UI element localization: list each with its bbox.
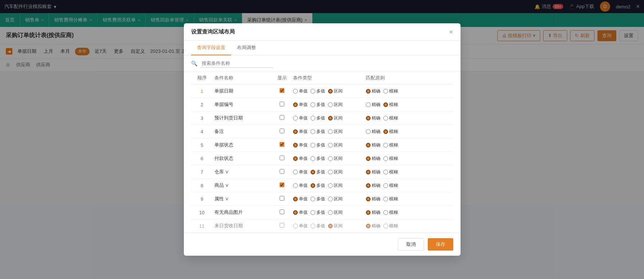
match-fuzzy-2[interactable]: 模糊 [383, 102, 398, 108]
table-head: 顺序 条件名称 显示 条件类型 匹配原则 [191, 72, 453, 85]
row-display-4[interactable] [271, 129, 293, 134]
table-row: 8 商品 ∨ 单值 多值 区间 精确 模糊 [191, 179, 453, 192]
row-match-1: 精确 模糊 [366, 88, 446, 94]
row-display-1[interactable] [271, 88, 293, 94]
row-type-7: 单值 多值 区间 [293, 169, 366, 175]
row-type-3: 单值 多值 区间 [293, 115, 366, 121]
match-exact-6[interactable]: 精确 [366, 156, 380, 162]
row-checkbox-8[interactable] [280, 182, 284, 187]
match-fuzzy-1[interactable]: 模糊 [383, 88, 398, 94]
table-row: 6 付款状态 单值 多值 区间 精确 模糊 [191, 152, 453, 165]
row-checkbox-6[interactable] [280, 156, 284, 160]
match-fuzzy-8[interactable]: 模糊 [383, 182, 398, 189]
match-fuzzy-4[interactable]: 模糊 [383, 129, 398, 135]
type-range-4[interactable]: 区间 [328, 129, 343, 135]
type-single-5[interactable]: 单值 [293, 142, 308, 148]
type-single-9[interactable]: 单值 [293, 196, 308, 202]
row-type-1: 单值 多值 区间 [293, 88, 366, 94]
type-range-6[interactable]: 区间 [328, 156, 343, 162]
match-fuzzy-6[interactable]: 模糊 [383, 156, 398, 162]
row-display-6[interactable] [271, 156, 293, 161]
row-order-7: 7 [191, 169, 213, 175]
type-single-3[interactable]: 单值 [293, 115, 308, 121]
row-display-2[interactable] [271, 102, 293, 107]
match-exact-1[interactable]: 精确 [366, 88, 380, 94]
type-range-5[interactable]: 区间 [328, 142, 343, 148]
row-type-8: 单值 多值 区间 [293, 182, 366, 189]
match-exact-2[interactable]: 精确 [366, 102, 380, 108]
match-fuzzy-5[interactable]: 模糊 [383, 142, 398, 148]
dialog: 设置查询区域布局 × 查询字段设置 布局调整 🔍 顺序 条件名称 显示 条件类型 [184, 23, 461, 204]
row-order-4: 4 [191, 129, 213, 134]
row-checkbox-5[interactable] [280, 142, 284, 147]
type-multi-3[interactable]: 多值 [311, 115, 325, 121]
row-checkbox-3[interactable] [280, 115, 284, 120]
row-checkbox-1[interactable] [280, 88, 284, 93]
dialog-title: 设置查询区域布局 [191, 28, 235, 35]
row-checkbox-4[interactable] [280, 129, 284, 133]
type-range-2[interactable]: 区间 [328, 102, 343, 108]
col-head-order: 顺序 [191, 75, 213, 81]
type-multi-8[interactable]: 多值 [311, 182, 325, 189]
match-fuzzy-9[interactable]: 模糊 [383, 196, 398, 202]
match-exact-4[interactable]: 精确 [366, 129, 380, 135]
table-row: 1 单据日期 单值 多值 区间 精确 模糊 [191, 85, 453, 98]
type-single-1[interactable]: 单值 [293, 88, 308, 94]
row-display-8[interactable] [271, 182, 293, 188]
row-display-5[interactable] [271, 142, 293, 148]
col-head-type: 条件类型 [293, 75, 366, 81]
row-name-5: 单据状态 [213, 142, 271, 148]
dialog-close-button[interactable]: × [449, 29, 453, 35]
row-order-3: 3 [191, 115, 213, 121]
row-name-3: 预计到货日期 [213, 115, 271, 121]
search-icon: 🔍 [191, 60, 197, 66]
dialog-tab-query[interactable]: 查询字段设置 [191, 41, 231, 55]
row-checkbox-2[interactable] [280, 102, 284, 106]
dialog-tabs: 查询字段设置 布局调整 [184, 41, 461, 55]
search-box: 🔍 [184, 55, 461, 72]
row-display-7[interactable] [271, 169, 293, 175]
dialog-tab-layout[interactable]: 布局调整 [231, 41, 262, 55]
row-checkbox-7[interactable] [280, 169, 284, 174]
match-fuzzy-7[interactable]: 模糊 [383, 169, 398, 175]
type-multi-4[interactable]: 多值 [311, 129, 325, 135]
col-head-name: 条件名称 [213, 75, 271, 81]
match-exact-8[interactable]: 精确 [366, 182, 380, 189]
table-row: 7 仓库 ∨ 单值 多值 区间 精确 模糊 [191, 165, 453, 179]
type-multi-7[interactable]: 多值 [311, 169, 325, 175]
row-name-2: 单据编号 [213, 101, 271, 108]
match-fuzzy-3[interactable]: 模糊 [383, 115, 398, 121]
type-multi-1[interactable]: 多值 [311, 88, 325, 94]
row-order-9: 9 [191, 196, 213, 202]
type-range-1[interactable]: 区间 [328, 88, 343, 94]
match-exact-9[interactable]: 精确 [366, 196, 380, 202]
type-multi-6[interactable]: 多值 [311, 156, 325, 162]
row-name-7: 仓库 ∨ [213, 169, 271, 175]
match-exact-3[interactable]: 精确 [366, 115, 380, 121]
type-range-3[interactable]: 区间 [328, 115, 343, 121]
type-range-9[interactable]: 区间 [328, 196, 343, 202]
search-input[interactable] [200, 59, 273, 68]
row-name-6: 付款状态 [213, 155, 271, 162]
type-multi-2[interactable]: 多值 [311, 102, 325, 108]
row-checkbox-9[interactable] [280, 196, 284, 201]
type-multi-5[interactable]: 多值 [311, 142, 325, 148]
type-range-7[interactable]: 区间 [328, 169, 343, 175]
match-exact-7[interactable]: 精确 [366, 169, 380, 175]
row-name-4: 备注 [213, 128, 271, 135]
type-single-2[interactable]: 单值 [293, 102, 308, 108]
row-type-6: 单值 多值 区间 [293, 156, 366, 162]
dialog-tab-layout-label: 布局调整 [237, 45, 256, 50]
type-single-8[interactable]: 单值 [293, 182, 308, 189]
table-row: 4 备注 单值 多值 区间 精确 模糊 [191, 125, 453, 138]
row-display-3[interactable] [271, 115, 293, 121]
row-match-2: 精确 模糊 [366, 102, 446, 108]
type-single-4[interactable]: 单值 [293, 129, 308, 135]
row-display-9[interactable] [271, 196, 293, 202]
type-single-7[interactable]: 单值 [293, 169, 308, 175]
type-multi-9[interactable]: 多值 [311, 196, 325, 202]
match-exact-5[interactable]: 精确 [366, 142, 380, 148]
type-single-6[interactable]: 单值 [293, 156, 308, 162]
type-range-8[interactable]: 区间 [328, 182, 343, 189]
row-type-9: 单值 多值 区间 [293, 196, 366, 202]
